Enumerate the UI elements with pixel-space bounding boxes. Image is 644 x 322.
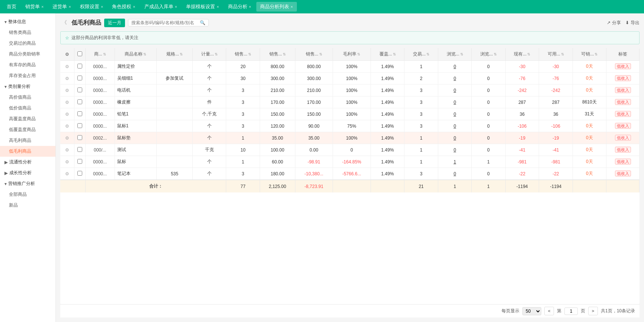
row-view1[interactable]: 0 <box>438 168 471 180</box>
nav-role-auth[interactable]: 角色授权 × <box>108 2 139 12</box>
page-number-input[interactable] <box>564 307 578 315</box>
row-checkbox[interactable] <box>74 156 85 168</box>
row-checkbox[interactable] <box>74 120 85 132</box>
col-sales-qty: 销售...⇅ <box>226 48 260 61</box>
sidebar-item-new-goods[interactable]: 新品 <box>0 200 55 211</box>
total-records-label: 共1页，10条记录 <box>601 308 635 314</box>
prev-page-btn[interactable]: ＜ <box>544 307 554 315</box>
collapse-sidebar-btn[interactable]: 《 <box>60 18 68 28</box>
row-unit: 个 <box>193 120 226 132</box>
sidebar-item-low-coverage[interactable]: 低覆盖度商品 <box>0 124 55 135</box>
sidebar-item-high-margin[interactable]: 高毛利商品 <box>0 135 55 146</box>
sidebar-item-high-coverage[interactable]: 高覆盖度商品 <box>0 114 55 124</box>
nav-home[interactable]: 首页 <box>3 2 20 12</box>
row-view1[interactable]: 0 <box>438 120 471 132</box>
table-row: ⚙ 0000... 电话机 个 3 210.00 210.00 100% 1.4… <box>60 85 640 96</box>
row-view1[interactable]: 0 <box>438 85 471 96</box>
nav-close-template-settings[interactable]: × <box>217 4 219 9</box>
next-page-btn[interactable]: ＞ <box>588 307 598 315</box>
row-settings[interactable]: ⚙ <box>60 156 74 168</box>
info-icon: ☆ <box>65 35 69 41</box>
row-settings[interactable]: ⚙ <box>60 73 74 85</box>
table-header-row: ⚙ 商...⇅ 商品名称⇅ 规格...⇅ 计量...⇅ 销售...⇅ 销售...… <box>60 48 640 61</box>
row-view1[interactable]: 0 <box>438 108 471 120</box>
row-settings[interactable]: ⚙ <box>60 120 74 132</box>
col-spec: 规格...⇅ <box>157 48 193 61</box>
row-unit: 个 <box>193 61 226 73</box>
row-settings[interactable]: ⚙ <box>60 144 74 156</box>
row-view1[interactable]: 0 <box>438 61 471 73</box>
row-view1[interactable]: 0 <box>438 73 471 85</box>
nav-product-analysis-list[interactable]: 商品分析列表 × <box>256 2 297 12</box>
sidebar-item-all-goods[interactable]: 全部商品 <box>0 189 55 200</box>
row-settings[interactable]: ⚙ <box>60 132 74 144</box>
nav-close-purchase-order[interactable]: × <box>68 4 71 9</box>
row-view1[interactable]: 0 <box>438 96 471 108</box>
nav-close-role-auth[interactable]: × <box>133 4 135 9</box>
sidebar-item-stock-goods[interactable]: 有库存的商品 <box>0 60 55 70</box>
col-checkbox[interactable] <box>74 48 85 61</box>
sidebar-item-traded-goods[interactable]: 交易过的商品 <box>0 38 55 49</box>
row-coverage: 1.49% <box>371 144 404 156</box>
share-btn[interactable]: ↗ 分享 <box>607 20 621 26</box>
nav-close-product-analysis[interactable]: × <box>249 4 251 9</box>
row-checkbox[interactable] <box>74 168 85 180</box>
page-size-select[interactable]: 50 100 200 <box>522 307 541 315</box>
nav-permission[interactable]: 权限设置 × <box>76 2 107 12</box>
row-settings[interactable]: ⚙ <box>60 85 74 96</box>
row-coverage: 1.49% <box>371 156 404 168</box>
row-checkbox[interactable] <box>74 61 85 73</box>
row-tag: 低收入 <box>606 120 640 132</box>
sidebar-group-overall[interactable]: ▾ 整体信息 <box>0 16 55 27</box>
row-settings[interactable]: ⚙ <box>60 108 74 120</box>
nav-close-permission[interactable]: × <box>101 4 103 9</box>
sidebar-group-growth[interactable]: ▶ 成长性分析 <box>0 168 55 178</box>
row-sellable: 0天 <box>573 168 606 180</box>
col-view2: 浏览...⇅ <box>472 48 505 61</box>
nav-close-product-analysis-list[interactable]: × <box>291 4 293 9</box>
row-checkbox[interactable] <box>74 108 85 120</box>
nav-sales-order[interactable]: 销货单 × <box>22 2 47 12</box>
row-view1[interactable]: 0 <box>438 144 471 156</box>
row-current-stock: -76 <box>505 73 539 85</box>
col-gross-rate: 毛利率⇅ <box>333 48 371 61</box>
nav-product-inbound[interactable]: 产成品入库单 × <box>141 2 181 12</box>
export-btn[interactable]: ⬇ 导出 <box>625 20 640 26</box>
row-checkbox[interactable] <box>74 144 85 156</box>
row-name: 电话机 <box>115 85 157 96</box>
row-sellable: 0天 <box>573 132 606 144</box>
sidebar-item-category-rate[interactable]: 商品分类助销率 <box>0 49 55 60</box>
sidebar-group-circulation[interactable]: ▶ 流通性分析 <box>0 157 55 168</box>
nav-close-sales-order[interactable]: × <box>41 4 44 9</box>
nav-product-analysis[interactable]: 商品分析 × <box>224 2 255 12</box>
row-settings[interactable]: ⚙ <box>60 96 74 108</box>
row-view1[interactable]: 1 <box>438 156 471 168</box>
sidebar-group-category[interactable]: ▾ 类别量分析 <box>0 81 55 92</box>
row-checkbox[interactable] <box>74 132 85 144</box>
nav-purchase-order[interactable]: 进货单 × <box>49 2 74 12</box>
search-input[interactable] <box>131 20 198 25</box>
sidebar-item-low-value[interactable]: 低价值商品 <box>0 103 55 114</box>
sidebar-item-high-value[interactable]: 高价值商品 <box>0 92 55 103</box>
select-all-checkbox[interactable] <box>77 51 82 56</box>
nav-close-product-inbound[interactable]: × <box>175 4 177 9</box>
sidebar-group-marketing[interactable]: ▾ 营销推广分析 <box>0 178 55 189</box>
total-view1: 1 <box>438 180 471 192</box>
row-settings[interactable]: ⚙ <box>60 168 74 180</box>
row-gross-rate: -5766.6... <box>333 168 371 180</box>
row-view1[interactable]: 0 <box>438 132 471 144</box>
row-coverage: 1.49% <box>371 85 404 96</box>
row-checkbox[interactable] <box>74 85 85 96</box>
filter-month-btn[interactable]: 近一月 <box>104 19 125 27</box>
layout: ▾ 整体信息 销售类商品 交易过的商品 商品分类助销率 有库存的商品 库存资金占… <box>0 13 644 322</box>
col-settings[interactable]: ⚙ <box>60 48 74 61</box>
col-unit: 计量...⇅ <box>193 48 226 61</box>
row-checkbox[interactable] <box>74 96 85 108</box>
row-settings[interactable]: ⚙ <box>60 61 74 73</box>
sidebar-item-capital[interactable]: 库存资金占用 <box>0 70 55 81</box>
nav-template-settings[interactable]: 单据模板设置 × <box>182 2 222 12</box>
sidebar-item-sales-goods[interactable]: 销售类商品 <box>0 27 55 38</box>
row-checkbox[interactable] <box>74 73 85 85</box>
sidebar-item-low-margin[interactable]: 低毛利商品 <box>0 146 55 157</box>
search-icon[interactable]: 🔍 <box>200 20 205 25</box>
